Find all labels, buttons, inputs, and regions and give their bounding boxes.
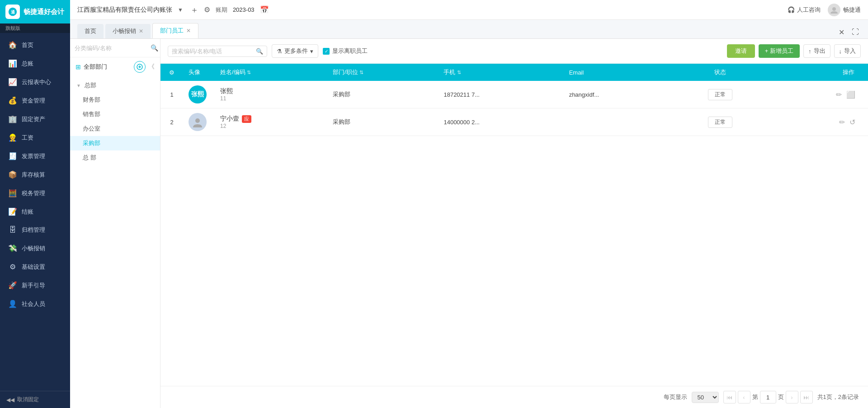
page-text: 页	[778, 393, 784, 401]
tab-home[interactable]: 首页	[77, 24, 104, 38]
show-resigned-label: 显示离职员工	[332, 47, 368, 55]
resigned-checkbox[interactable]: ✓	[323, 48, 330, 55]
employee-panel: 🔍 ⚗ 更多条件 ▾ ✓ 显示离职员工 邀请 + 新增员工	[160, 39, 868, 408]
add-company-btn[interactable]: ＋	[190, 5, 198, 15]
nav-payroll[interactable]: 👷 工资	[0, 128, 70, 147]
nav-inventory[interactable]: 📦 库存核算	[0, 165, 70, 184]
row1-status-badge: 正常	[708, 89, 732, 100]
dept-item-sales[interactable]: 销售部	[70, 107, 160, 122]
row2-name: 宁小壹 应	[220, 115, 322, 123]
nav-guide[interactable]: 🚀 新手引导	[0, 276, 70, 295]
add-dept-btn[interactable]	[134, 61, 146, 73]
all-dept-btn[interactable]: ⊞ 全部部门	[75, 63, 107, 71]
add-employee-button[interactable]: + 新增员工	[759, 44, 800, 58]
company-dropdown-icon[interactable]: ▼	[178, 7, 183, 13]
col-dept-position[interactable]: 部门/职位	[327, 64, 438, 81]
nav-finance-label: 资金管理	[22, 97, 45, 105]
dept-search-icon[interactable]: 🔍	[151, 44, 158, 52]
import-button[interactable]: ↓ 导入	[834, 44, 861, 58]
nav-settings-label: 基础设置	[22, 263, 45, 271]
row2-code: 12	[220, 123, 322, 129]
dept-tree: ▼ 总部 财务部 销售部 办公室 采购部 总 部	[70, 76, 160, 408]
row2-actions-cell: ✏ ↺	[768, 108, 868, 136]
svg-text:通: 通	[11, 10, 15, 14]
period-value[interactable]: 2023-03	[233, 6, 255, 13]
grid-icon: ⊞	[75, 63, 81, 70]
export-label: 导出	[814, 47, 826, 55]
tab-dept-employee[interactable]: 部门员工 ✕	[152, 23, 198, 38]
sidebar-footer: ◀◀ 取消固定	[0, 391, 70, 408]
nav-settings[interactable]: ⚙ 基础设置	[0, 258, 70, 276]
per-page-select[interactable]: 50 10 20 100	[692, 392, 719, 403]
svg-point-4	[195, 118, 200, 123]
nav-archive[interactable]: 🗄 归档管理	[0, 221, 70, 239]
last-page-btn[interactable]: ⏭	[800, 391, 813, 403]
dept-item-general[interactable]: 总 部	[70, 150, 160, 165]
dept-item-purchase[interactable]: 采购部	[70, 136, 160, 150]
page-number-input[interactable]	[760, 391, 776, 403]
expand-window-btn[interactable]: ⛶	[850, 26, 861, 38]
topbar-right: 🎧 人工咨询 畅捷通	[788, 4, 861, 16]
dept-header: ⊞ 全部部门 《	[70, 57, 160, 76]
nav-close-books-label: 结账	[22, 208, 33, 216]
tab-dept-close[interactable]: ✕	[186, 28, 191, 34]
topbar-settings-icon[interactable]: ⚙	[204, 5, 210, 14]
more-filter-btn[interactable]: ⚗ 更多条件 ▾	[272, 44, 318, 58]
left-arrow-icon: ◀◀	[6, 397, 14, 403]
nav-close-books[interactable]: 📝 结账	[0, 202, 70, 221]
nav-fixed-assets[interactable]: 🏢 固定资产	[0, 110, 70, 128]
employee-search-input[interactable]	[172, 48, 253, 55]
nav-ledger-label: 总账	[22, 60, 33, 68]
nav-invoice[interactable]: 🧾 发票管理	[0, 147, 70, 165]
row1-exit-icon[interactable]: ⬜	[846, 90, 855, 99]
nav-ledger[interactable]: 📊 总账	[0, 54, 70, 73]
invite-button[interactable]: 邀请	[727, 44, 755, 58]
service-button[interactable]: 🎧 人工咨询	[788, 6, 821, 14]
col-name-code[interactable]: 姓名/编码	[215, 64, 327, 81]
nav-staff[interactable]: 👤 社会人员	[0, 295, 70, 313]
row2-name-cell: 宁小壹 应 12	[215, 108, 327, 136]
nav-home[interactable]: 🏠 首页	[0, 36, 70, 54]
dept-search-input[interactable]	[75, 45, 151, 52]
edition-badge: 旗舰版	[0, 23, 70, 33]
first-page-btn[interactable]: ⏮	[723, 391, 736, 403]
next-page-btn[interactable]: ›	[786, 391, 798, 403]
row1-name-cell: 张熙 11	[215, 81, 327, 108]
content-area: 🔍 ⊞ 全部部门 《 ▼ 总部	[70, 39, 868, 408]
show-resigned-toggle[interactable]: ✓ 显示离职员工	[323, 47, 368, 55]
app-title: 畅捷通好会计	[24, 8, 64, 16]
row2-index: 2	[160, 108, 183, 136]
nav-tax[interactable]: 🧮 税务管理	[0, 184, 70, 202]
calendar-icon[interactable]: 📅	[260, 5, 269, 14]
logo-text-block: 畅捷通好会计	[24, 8, 64, 16]
user-info[interactable]: 畅捷通	[828, 4, 861, 16]
tab-expense[interactable]: 小畅报销 ✕	[105, 24, 151, 38]
collapse-dept-icon[interactable]: 《	[148, 63, 155, 71]
tabs-bar: 首页 小畅报销 ✕ 部门员工 ✕ ✕ ⛶	[70, 20, 868, 39]
row2-avatar	[189, 113, 207, 131]
cancel-fixed-btn[interactable]: ◀◀ 取消固定	[6, 396, 64, 403]
headset-icon: 🎧	[788, 6, 795, 13]
col-phone[interactable]: 手机	[438, 64, 563, 81]
finance-icon: 💰	[8, 96, 17, 105]
row2-edit-icon[interactable]: ✏	[839, 118, 845, 127]
export-button[interactable]: ↑ 导出	[803, 44, 830, 58]
import-icon: ↓	[839, 48, 842, 55]
row1-edit-icon[interactable]: ✏	[836, 90, 842, 99]
row2-refresh-icon[interactable]: ↺	[849, 118, 855, 127]
prev-page-btn[interactable]: ‹	[738, 391, 750, 403]
dept-item-finance[interactable]: 财务部	[70, 93, 160, 107]
dept-item-root[interactable]: ▼ 总部	[70, 78, 160, 93]
col-settings[interactable]: ⚙	[160, 64, 183, 81]
nav-guide-label: 新手引导	[22, 281, 45, 290]
nav-reports[interactable]: 📈 云报表中心	[0, 73, 70, 91]
employee-search-icon[interactable]: 🔍	[256, 48, 263, 55]
tab-home-label: 首页	[85, 27, 96, 35]
close-window-btn[interactable]: ✕	[837, 26, 846, 38]
nav-finance[interactable]: 💰 资金管理	[0, 91, 70, 110]
nav-expense[interactable]: 💸 小畅报销	[0, 239, 70, 258]
filter-chevron-icon: ▾	[310, 48, 313, 55]
dept-item-office[interactable]: 办公室	[70, 122, 160, 136]
tab-expense-close[interactable]: ✕	[139, 28, 143, 34]
export-icon: ↑	[808, 48, 811, 55]
